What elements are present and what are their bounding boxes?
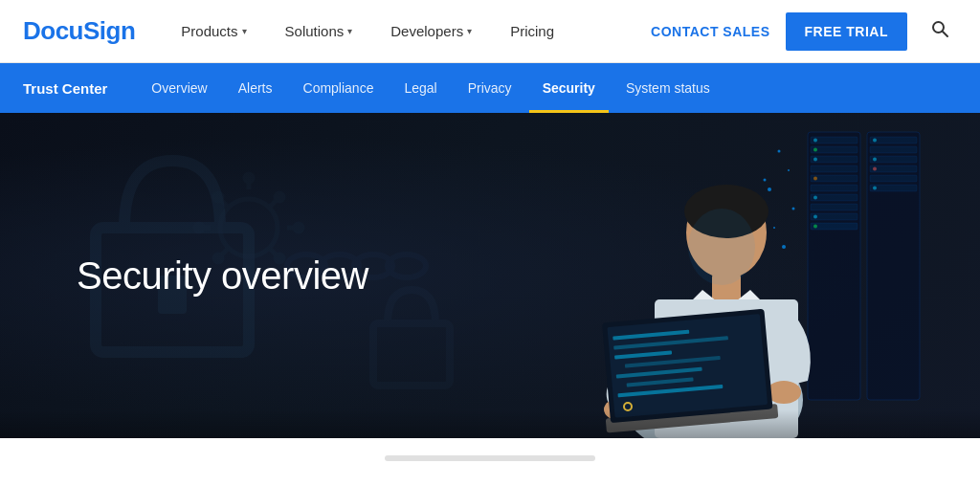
- trust-nav-item-system-status[interactable]: System status: [612, 63, 724, 113]
- nav-item-developers[interactable]: Developers ▾: [375, 15, 487, 47]
- chevron-down-icon: ▾: [467, 26, 472, 36]
- svg-point-51: [873, 167, 877, 171]
- svg-point-58: [792, 208, 795, 210]
- search-button[interactable]: [923, 11, 957, 51]
- hero-section: Security overview /* rack units rendered…: [0, 113, 980, 438]
- hero-bottom-gradient: [0, 409, 980, 438]
- trust-nav-item-overview[interactable]: Overview: [138, 63, 220, 113]
- contact-sales-link[interactable]: CONTACT SALES: [651, 24, 769, 39]
- svg-point-36: [813, 177, 817, 181]
- free-trial-button[interactable]: FREE TRIAL: [786, 12, 907, 51]
- svg-point-61: [764, 179, 767, 182]
- svg-point-49: [873, 158, 877, 162]
- svg-rect-32: [811, 156, 858, 163]
- svg-rect-37: [811, 185, 858, 191]
- nav-right-actions: CONTACT SALES FREE TRIAL: [651, 11, 957, 51]
- svg-point-29: [813, 139, 817, 143]
- chevron-down-icon: ▾: [242, 26, 247, 36]
- trust-nav-links: Overview Alerts Compliance Legal Privacy…: [138, 63, 723, 113]
- svg-rect-48: [870, 156, 917, 163]
- trust-nav-item-security[interactable]: Security: [529, 63, 609, 113]
- search-icon: [930, 19, 949, 38]
- svg-rect-38: [811, 194, 858, 201]
- svg-point-80: [688, 209, 755, 285]
- svg-rect-40: [811, 204, 858, 210]
- main-nav-links: Products ▾ Solutions ▾ Developers ▾ Pric…: [166, 15, 651, 47]
- trust-center-label: Trust Center: [23, 80, 107, 97]
- svg-line-1: [943, 32, 947, 36]
- svg-rect-8: [373, 323, 450, 386]
- nav-item-products[interactable]: Products ▾: [166, 15, 261, 47]
- svg-point-17: [295, 224, 302, 232]
- trust-nav-item-alerts[interactable]: Alerts: [225, 63, 286, 113]
- svg-point-54: [873, 187, 877, 190]
- trust-nav-item-privacy[interactable]: Privacy: [455, 63, 525, 113]
- svg-rect-28: [811, 137, 858, 144]
- svg-point-42: [813, 215, 817, 219]
- trust-nav-item-compliance[interactable]: Compliance: [290, 63, 388, 113]
- svg-point-60: [782, 245, 786, 249]
- logo-text: DocuSign: [23, 16, 135, 46]
- svg-point-39: [813, 196, 817, 200]
- top-navigation: DocuSign Products ▾ Solutions ▾ Develope…: [0, 0, 980, 63]
- scroll-pill: [385, 455, 595, 461]
- scroll-hint-bar: [0, 438, 980, 478]
- svg-rect-45: [870, 137, 917, 144]
- svg-point-56: [788, 169, 790, 171]
- svg-point-19: [214, 193, 222, 201]
- svg-rect-35: [811, 175, 858, 182]
- nav-item-solutions[interactable]: Solutions ▾: [270, 15, 368, 47]
- hero-title: Security overview: [77, 253, 368, 298]
- svg-point-15: [195, 224, 203, 232]
- hero-person-illustration: /* rack units rendered below */: [521, 122, 923, 438]
- hero-content: Security overview: [77, 253, 368, 298]
- trust-center-navigation: Trust Center Overview Alerts Compliance …: [0, 63, 980, 113]
- svg-point-46: [873, 139, 877, 143]
- svg-rect-30: [811, 146, 858, 153]
- svg-rect-50: [870, 166, 917, 172]
- svg-point-11: [245, 174, 253, 182]
- svg-point-21: [276, 193, 283, 201]
- nav-item-pricing[interactable]: Pricing: [495, 15, 569, 47]
- svg-rect-53: [870, 185, 917, 191]
- svg-point-57: [768, 188, 771, 191]
- svg-point-55: [778, 150, 781, 153]
- svg-point-59: [773, 227, 775, 229]
- logo[interactable]: DocuSign: [23, 16, 135, 46]
- svg-rect-52: [870, 175, 917, 182]
- svg-point-44: [813, 225, 817, 229]
- svg-point-33: [813, 158, 817, 162]
- chevron-down-icon: ▾: [347, 26, 352, 36]
- svg-rect-43: [811, 223, 858, 230]
- svg-rect-47: [870, 146, 917, 153]
- svg-rect-34: [811, 166, 858, 172]
- trust-nav-item-legal[interactable]: Legal: [390, 63, 450, 113]
- svg-rect-41: [811, 213, 858, 220]
- svg-point-31: [813, 148, 817, 152]
